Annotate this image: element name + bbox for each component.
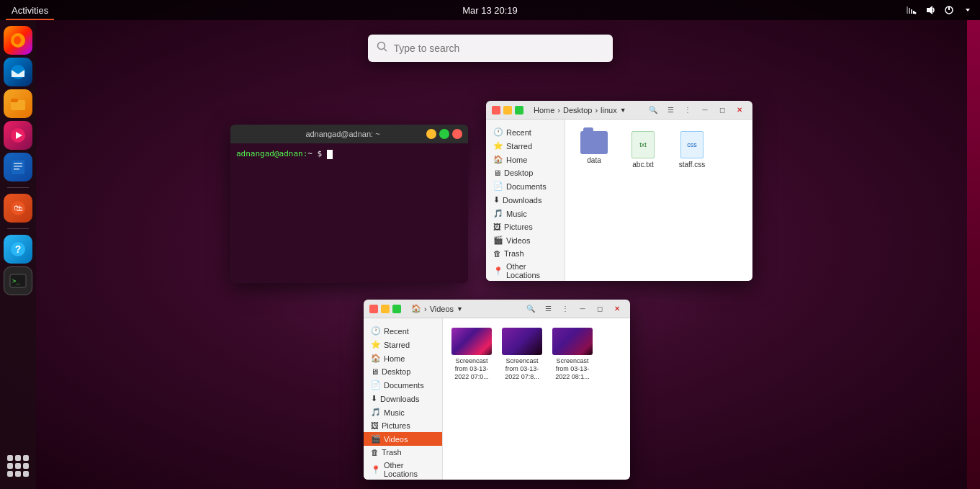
fm2-search-btn[interactable]: 🔍 (523, 302, 538, 316)
svg-text:🛍: 🛍 (14, 203, 22, 213)
folder-icon-data (580, 131, 608, 154)
screencast-2-label: Screencast from 03-13-2022 07:8... (503, 357, 541, 380)
terminal-window: ─ ◻ adnangad@adnan: ~ ─ ◻ ✕ adnangad@adn… (230, 125, 468, 283)
fm1-view-btn[interactable]: ☰ (663, 103, 678, 117)
fm2-sidebar-trash[interactable]: 🗑Trash (364, 446, 442, 459)
fm2-breadcrumb: 🏠 › Videos ▼ (411, 304, 513, 313)
fm2-sidebar-music[interactable]: 🎵Music (364, 405, 442, 419)
dock-item-writer[interactable] (4, 153, 32, 181)
terminal-minimize-btn[interactable]: ─ (236, 129, 246, 139)
fm2-breadcrumb-dropdown[interactable]: ▼ (457, 305, 463, 313)
fm2-breadcrumb-videos[interactable]: Videos (430, 305, 454, 313)
dock-item-thunderbird[interactable] (4, 58, 32, 86)
svg-text:?: ? (15, 243, 22, 255)
svg-point-26 (377, 42, 385, 50)
fm1-maximize[interactable]: ◻ (715, 103, 729, 117)
fm1-sidebar-home[interactable]: 🏠Home (486, 153, 565, 166)
screencast-3-thumb (552, 328, 593, 355)
fm2-sidebar-starred[interactable]: ⭐Starred (364, 338, 442, 351)
fm2-sidebar-pictures[interactable]: 🖼Pictures (364, 419, 442, 432)
screencast-1[interactable]: Screencast from 03-13-2022 07:0... (450, 326, 493, 382)
fm1-file-staff-label: staff.css (679, 161, 706, 169)
search-input[interactable] (394, 42, 604, 54)
fm2-close[interactable]: ✕ (610, 302, 624, 316)
fm2-sidebar-other[interactable]: 📍Other Locations (364, 459, 442, 480)
fm1-close[interactable]: ✕ (732, 103, 747, 117)
fm1-file-abc-label: abc.txt (632, 161, 653, 169)
fm2-content: Screencast from 03-13-2022 07:0... Scree… (443, 318, 630, 480)
fm1-sidebar-documents[interactable]: 📄Documents (486, 179, 565, 193)
fm2-sidebar-desktop[interactable]: 🖥Desktop (364, 365, 442, 378)
fm1-file-abc[interactable]: txt abc.txt (623, 128, 663, 171)
terminal-extra-btn[interactable]: ◻ (249, 129, 259, 139)
dock-item-terminal[interactable]: >_ (4, 266, 32, 295)
filemanager2-window: ✕ ─ ◻ 🏠 › Videos ▼ 🔍 ☰ ⋮ ─ ◻ ✕ 🕐Recent (364, 300, 630, 480)
fm1-file-data[interactable]: data (574, 128, 614, 171)
searchbar (368, 35, 613, 62)
fm1-breadcrumb-sep1: › (557, 106, 560, 115)
dropdown-icon[interactable] (961, 4, 974, 17)
fm2-maximize-btn[interactable]: ◻ (392, 305, 401, 313)
svg-rect-16 (12, 160, 24, 174)
dock-item-help[interactable]: ? (4, 235, 32, 264)
terminal-path: ~ (307, 149, 313, 158)
fm2-maximize[interactable]: ◻ (593, 302, 607, 316)
fm2-breadcrumb-home[interactable]: 🏠 (411, 304, 421, 313)
fm2-close-btn[interactable]: ✕ (369, 305, 378, 313)
sound-icon[interactable] (924, 4, 937, 17)
fm1-sidebar-other[interactable]: 📍Other Locations (486, 260, 565, 281)
fm1-more-btn[interactable]: ⋮ (680, 103, 695, 117)
fm1-file-staff[interactable]: css staff.css (672, 128, 712, 171)
fm1-sidebar-desktop[interactable]: 🖥Desktop (486, 166, 565, 179)
activities-button[interactable]: Activities (6, 0, 54, 20)
svg-rect-19 (14, 169, 19, 170)
terminal-window-minimize[interactable]: ─ (426, 129, 436, 139)
fm1-close-btn[interactable]: ✕ (492, 106, 500, 115)
fm1-breadcrumb-home[interactable]: Home (534, 106, 554, 115)
fm1-minimize-btn[interactable]: ─ (503, 106, 512, 115)
topbar: Activities Mar 13 20:19 (0, 0, 980, 20)
fm2-sidebar-home[interactable]: 🏠Home (364, 351, 442, 365)
fm2-sidebar-recent[interactable]: 🕐Recent (364, 324, 442, 338)
dock-item-firefox[interactable] (4, 26, 32, 55)
terminal-window-close[interactable]: ✕ (452, 129, 462, 139)
screencast-2-thumb (502, 328, 542, 355)
fm1-sidebar-downloads[interactable]: ⬇Downloads (486, 193, 565, 207)
dock-item-rhythmbox[interactable] (4, 121, 32, 150)
fm2-breadcrumb-sep: › (424, 305, 427, 313)
fm2-more-btn[interactable]: ⋮ (558, 302, 572, 316)
fm1-sidebar-recent[interactable]: 🕐Recent (486, 125, 565, 139)
fm1-sidebar-music[interactable]: 🎵Music (486, 207, 565, 220)
terminal-window-maximize[interactable]: ◻ (439, 129, 449, 139)
fm2-sidebar-videos[interactable]: 🎬Videos (364, 432, 442, 446)
fm1-breadcrumb-dropdown[interactable]: ▼ (620, 107, 626, 114)
fm1-maximize-btn[interactable]: ◻ (515, 106, 523, 115)
screencast-2[interactable]: Screencast from 03-13-2022 07:8... (500, 326, 544, 382)
power-icon[interactable] (943, 4, 956, 17)
fm1-breadcrumb-linux[interactable]: linux (601, 106, 617, 115)
network-icon[interactable] (905, 4, 918, 17)
terminal-body[interactable]: adnangad@adnan:~ $ (230, 143, 468, 283)
fm1-minimize[interactable]: ─ (698, 103, 712, 117)
fm1-sidebar-videos[interactable]: 🎬Videos (486, 233, 565, 247)
fm2-minimize[interactable]: ─ (575, 302, 590, 316)
screencast-3[interactable]: Screencast from 03-13-2022 08:1... (551, 326, 594, 382)
fm2-minimize-btn[interactable]: ─ (381, 305, 390, 313)
fm1-search-btn[interactable]: 🔍 (646, 103, 660, 117)
fm2-view-btn[interactable]: ☰ (541, 302, 555, 316)
fm1-sidebar-pictures[interactable]: 🖼Pictures (486, 220, 565, 233)
fm1-sidebar-starred[interactable]: ⭐Starred (486, 139, 565, 153)
terminal-command: $ (313, 149, 327, 158)
dock-item-appstore[interactable]: 🛍 (4, 194, 32, 223)
fm2-sidebar-documents[interactable]: 📄Documents (364, 378, 442, 392)
fm1-sidebar-trash[interactable]: 🗑Trash (486, 247, 565, 260)
dock-item-files[interactable] (4, 89, 32, 118)
svg-marker-5 (927, 6, 932, 14)
activities-label: Activities (12, 5, 48, 16)
css-icon-staff: css (680, 131, 703, 158)
show-applications-button[interactable] (4, 452, 32, 480)
fm1-breadcrumb-desktop[interactable]: Desktop (563, 106, 592, 115)
svg-rect-2 (911, 9, 912, 14)
svg-rect-18 (14, 166, 22, 167)
fm2-sidebar-downloads[interactable]: ⬇Downloads (364, 392, 442, 405)
